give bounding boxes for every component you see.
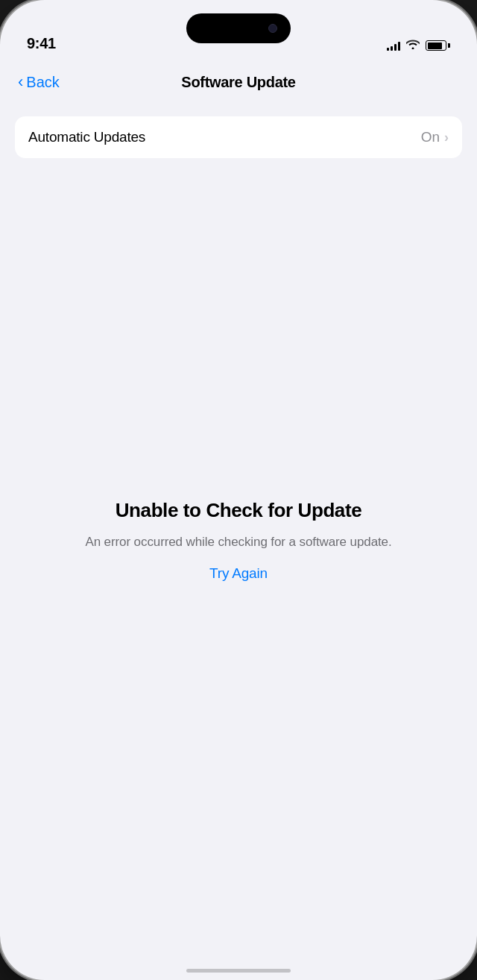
- automatic-updates-label: Automatic Updates: [28, 129, 145, 145]
- error-title: Unable to Check for Update: [116, 499, 362, 522]
- phone-frame: 9:41: [0, 0, 477, 980]
- automatic-updates-row[interactable]: Automatic Updates On ›: [15, 116, 462, 158]
- error-container: Unable to Check for Update An error occu…: [0, 499, 477, 582]
- home-indicator: [186, 969, 291, 973]
- error-message: An error occurred while checking for a s…: [85, 533, 391, 552]
- back-chevron-icon: ‹: [18, 72, 23, 92]
- wifi-icon: [406, 39, 420, 52]
- front-camera: [268, 24, 277, 33]
- automatic-updates-chevron-icon: ›: [444, 130, 449, 145]
- back-label: Back: [26, 74, 59, 91]
- status-time: 9:41: [27, 35, 56, 52]
- status-icons: [387, 39, 450, 52]
- back-button[interactable]: ‹ Back: [18, 73, 60, 92]
- try-again-button[interactable]: Try Again: [209, 565, 268, 581]
- dynamic-island: [186, 13, 291, 43]
- automatic-updates-right: On ›: [421, 129, 449, 145]
- automatic-updates-section: Automatic Updates On ›: [15, 116, 462, 158]
- navigation-bar: ‹ Back Software Update: [0, 60, 477, 104]
- automatic-updates-value: On: [421, 129, 440, 145]
- page-title: Software Update: [181, 74, 295, 91]
- battery-icon: [426, 40, 450, 51]
- content-area: Automatic Updates On › Unable to Check f…: [0, 104, 477, 943]
- signal-icon: [387, 40, 400, 51]
